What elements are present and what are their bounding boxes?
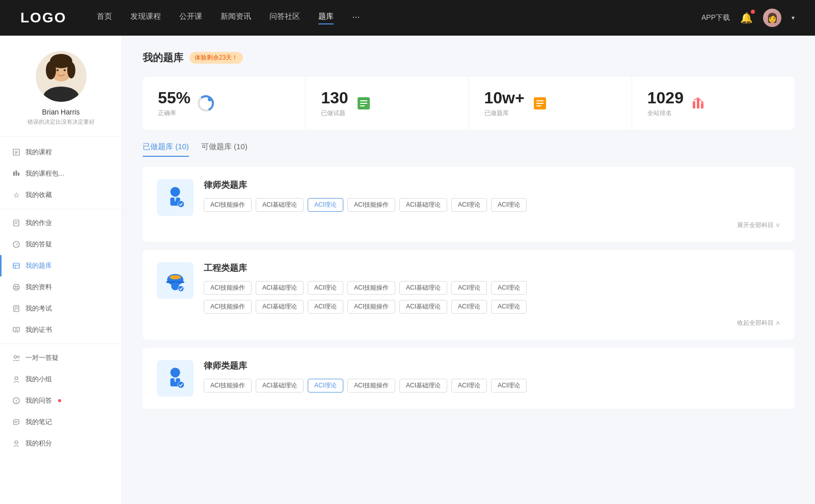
logo[interactable]: LOGO: [20, 10, 66, 26]
nav-news[interactable]: 新闻资讯: [221, 12, 251, 24]
app-download-button[interactable]: APP下载: [701, 13, 730, 22]
bank-tag-2-r2-1[interactable]: ACI基础理论: [256, 300, 304, 314]
bank-tag-2-3[interactable]: ACI技能操作: [347, 281, 395, 295]
bank-tags-3: ACI技能操作 ACI基础理论 ACI理论 ACI技能操作 ACI基础理论 AC…: [204, 379, 780, 393]
svg-point-23: [13, 284, 19, 290]
bank-tag-2-r2-3[interactable]: ACI技能操作: [347, 300, 395, 314]
sidebar-item-course-package[interactable]: 我的课程包...: [0, 163, 122, 184]
one-on-one-icon: [12, 354, 20, 362]
sidebar-label-question-bank: 我的题库: [25, 261, 52, 270]
stat-accuracy-text: 55% 正确率: [158, 89, 191, 118]
sidebar-item-homework[interactable]: 我的作业: [0, 212, 122, 234]
course-package-icon: [12, 170, 20, 178]
bank-tag-2-0[interactable]: ACI技能操作: [204, 281, 252, 295]
bank-tag-2-r2-0[interactable]: ACI技能操作: [204, 300, 252, 314]
sidebar-label-group: 我的小组: [25, 375, 52, 384]
svg-point-34: [14, 356, 17, 358]
svg-rect-12: [13, 172, 15, 176]
bank-tag-2-r2-2[interactable]: ACI理论: [308, 300, 343, 314]
bank-tag-2-2[interactable]: ACI理论: [308, 281, 343, 295]
svg-rect-14: [18, 173, 19, 176]
sidebar-item-certificate[interactable]: 我的证书: [0, 319, 122, 341]
bank-tag-2-4[interactable]: ACI基础理论: [399, 281, 447, 295]
avatar-chevron-icon[interactable]: ▾: [792, 14, 795, 21]
sidebar-label-course-package: 我的课程包...: [25, 169, 64, 178]
bank-tag-1-0[interactable]: ACI技能操作: [204, 198, 252, 212]
sidebar-item-one-on-one[interactable]: 一对一答疑: [0, 347, 122, 369]
bank-tag-3-0[interactable]: ACI技能操作: [204, 379, 252, 393]
bank-list-icon: [531, 94, 549, 113]
svg-point-7: [64, 69, 66, 71]
notification-badge: [751, 10, 755, 14]
sidebar-item-my-question-bank[interactable]: 我的题库: [0, 255, 122, 276]
sidebar-item-my-group[interactable]: 我的小组: [0, 369, 122, 390]
nav-more-dots[interactable]: ···: [352, 12, 360, 24]
bank-tag-1-3[interactable]: ACI技能操作: [347, 198, 395, 212]
bank-tag-3-3[interactable]: ACI技能操作: [347, 379, 395, 393]
sidebar-item-my-questions[interactable]: 我的问答: [0, 390, 122, 411]
bank-tag-3-6[interactable]: ACI理论: [491, 379, 527, 393]
stat-bank-done-label: 已做题库: [484, 109, 525, 118]
sidebar-item-qa[interactable]: ? 我的答疑: [0, 234, 122, 255]
trial-badge: 体验剩余23天！: [189, 52, 243, 64]
stat-accuracy-value: 55%: [158, 89, 191, 107]
bank-tag-2-r2-4[interactable]: ACI基础理论: [399, 300, 447, 314]
sidebar-label-homework: 我的作业: [25, 218, 52, 228]
nav-home[interactable]: 首页: [97, 12, 112, 24]
collapse-button-2[interactable]: 收起全部科目 ∧: [157, 319, 780, 327]
bank-tag-1-6[interactable]: ACI理论: [491, 198, 527, 212]
tab-available-banks[interactable]: 可做题库 (10): [201, 142, 248, 157]
stat-questions-done-value: 130: [321, 89, 348, 107]
bank-tag-1-4[interactable]: ACI基础理论: [399, 198, 447, 212]
bank-tag-3-4[interactable]: ACI基础理论: [399, 379, 447, 393]
bank-tag-3-5[interactable]: ACI理论: [451, 379, 487, 393]
svg-point-24: [15, 286, 16, 288]
bank-tag-2-r2-6[interactable]: ACI理论: [491, 300, 527, 314]
avatar[interactable]: 👩: [763, 9, 781, 27]
certificate-icon: [12, 326, 20, 334]
svg-rect-55: [693, 101, 695, 108]
sidebar-item-favorites[interactable]: ☆ 我的收藏: [0, 184, 122, 206]
bank-tag-2-1[interactable]: ACI基础理论: [256, 281, 304, 295]
nav-qa[interactable]: 问答社区: [269, 12, 300, 24]
avatar-image: [36, 51, 87, 102]
bank-tag-2-6[interactable]: ACI理论: [491, 281, 527, 295]
sidebar-item-points[interactable]: 我的积分: [0, 433, 122, 454]
bank-tag-1-2[interactable]: ACI理论: [308, 198, 343, 212]
bank-card-lawyer-2: 律师类题库 ACI技能操作 ACI基础理论 ACI理论 ACI技能操作 ACI基…: [143, 348, 795, 409]
bank-tag-3-1[interactable]: ACI基础理论: [256, 379, 304, 393]
sidebar-item-my-course[interactable]: 我的课程: [0, 142, 122, 163]
sidebar-label-course: 我的课程: [25, 148, 52, 157]
bank-tag-1-1[interactable]: ACI基础理论: [256, 198, 304, 212]
notification-bell-icon[interactable]: 🔔: [740, 12, 753, 24]
bank-tag-2-5[interactable]: ACI理论: [451, 281, 487, 295]
main-content: 我的题库 体验剩余23天！ 55% 正确率: [122, 36, 815, 504]
page-title-row: 我的题库 体验剩余23天！: [143, 51, 795, 65]
svg-point-69: [178, 286, 184, 292]
svg-point-31: [15, 328, 17, 330]
nav-open-course[interactable]: 公开课: [179, 12, 202, 24]
tab-done-banks[interactable]: 已做题库 (10): [143, 142, 189, 157]
bank-tags-1: ACI技能操作 ACI基础理论 ACI理论 ACI技能操作 ACI基础理论 AC…: [204, 198, 780, 212]
nav-discover[interactable]: 发现课程: [130, 12, 161, 24]
bank-info-1: 律师类题库 ACI技能操作 ACI基础理论 ACI理论 ACI技能操作 ACI基…: [204, 179, 780, 212]
sidebar-label-questions: 我的问答: [25, 396, 52, 405]
nav-question-bank[interactable]: 题库: [318, 12, 334, 24]
course-icon: [12, 148, 20, 156]
bank-name-3: 律师类题库: [204, 360, 780, 372]
questions-dot: [58, 399, 61, 402]
svg-point-46: [208, 97, 212, 101]
bank-tag-3-2[interactable]: ACI理论: [308, 379, 343, 393]
bank-tag-2-r2-5[interactable]: ACI理论: [451, 300, 487, 314]
svg-rect-56: [697, 99, 699, 108]
sidebar-item-my-exam[interactable]: 我的考试: [0, 298, 122, 319]
bank-tag-1-5[interactable]: ACI理论: [451, 198, 487, 212]
page-title: 我的题库: [143, 51, 183, 65]
questions-icon: [12, 397, 20, 405]
svg-point-25: [17, 286, 18, 288]
sidebar-item-notes[interactable]: 我的笔记: [0, 411, 122, 433]
expand-button-1[interactable]: 展开全部科目 ∨: [157, 221, 780, 230]
svg-point-42: [15, 441, 18, 444]
sidebar-item-my-data[interactable]: 我的资料: [0, 276, 122, 298]
sidebar-label-notes: 我的笔记: [25, 417, 52, 427]
